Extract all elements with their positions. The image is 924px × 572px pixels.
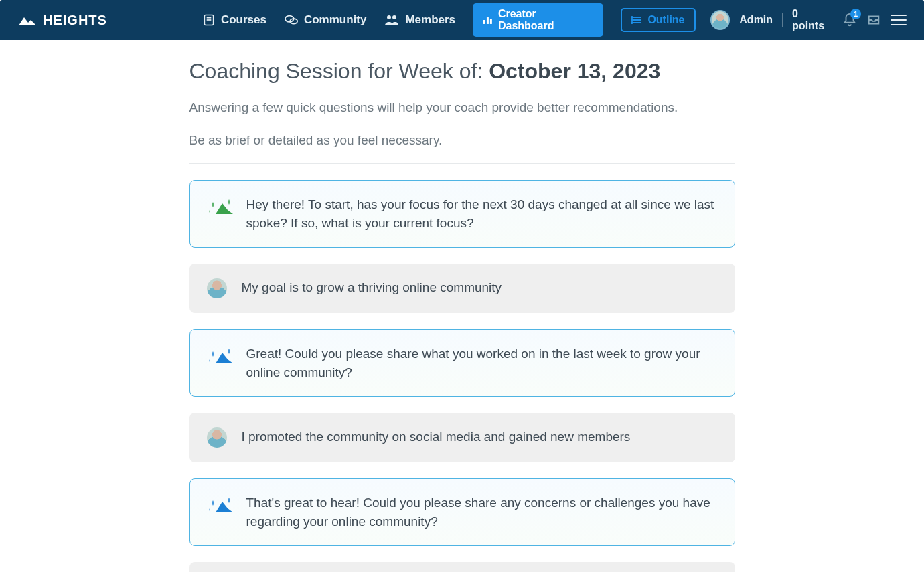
svg-rect-9: [490, 19, 492, 24]
points-number: 0: [792, 8, 798, 19]
svg-rect-8: [487, 17, 489, 24]
outline-button[interactable]: Outline: [621, 8, 695, 32]
nav-group: Courses Community Members Creator Dashbo…: [202, 3, 696, 37]
inbox-button[interactable]: [866, 13, 881, 27]
ai-message-text: That's great to hear! Could you please s…: [246, 494, 717, 531]
user-avatar-small: [207, 427, 227, 448]
user-message-text: My goal is to grow a thriving online com…: [242, 278, 502, 297]
brand-logo[interactable]: HEIGHTS: [17, 13, 107, 28]
brand-name: HEIGHTS: [43, 13, 107, 28]
nav-courses[interactable]: Courses: [202, 13, 266, 27]
ai-message-text: Hey there! To start, has your focus for …: [246, 195, 717, 232]
notification-badge: 1: [850, 9, 861, 19]
page-title: Coaching Session for Week of: October 13…: [189, 59, 735, 84]
topbar-right: Admin 0 points 1: [710, 8, 907, 32]
user-role[interactable]: Admin: [739, 14, 773, 26]
svg-point-14: [631, 19, 633, 21]
horizontal-rule: [189, 163, 735, 164]
user-message-text: I promoted the community on social media…: [242, 427, 631, 446]
notifications-button[interactable]: 1: [842, 13, 857, 27]
messages-list: Hey there! To start, has your focus for …: [189, 180, 735, 572]
ai-sparkle-icon: [208, 197, 232, 217]
nav-community[interactable]: Community: [284, 13, 367, 27]
user-avatar[interactable]: [710, 10, 730, 30]
user-avatar-small: [207, 278, 227, 298]
nav-community-label: Community: [304, 13, 367, 27]
user-message: My current community members and not eng…: [189, 562, 735, 572]
creator-dashboard-label: Creator Dashboard: [498, 8, 594, 32]
svg-point-5: [387, 15, 391, 19]
ai-sparkle-icon: [208, 495, 232, 515]
ai-message-text: Great! Could you please share what you w…: [246, 345, 717, 381]
divider: [782, 13, 783, 27]
page-intro-1: Answering a few quick questions will hel…: [189, 98, 735, 118]
members-icon: [384, 13, 400, 27]
svg-point-6: [392, 15, 396, 19]
page-title-date: October 13, 2023: [489, 59, 660, 83]
user-message: My goal is to grow a thriving online com…: [189, 264, 735, 313]
points-label: points: [792, 20, 824, 31]
nav-courses-label: Courses: [221, 13, 266, 27]
top-navbar: HEIGHTS Courses Community Members Creato…: [0, 0, 924, 40]
nav-members-label: Members: [405, 13, 455, 27]
ai-sparkle-icon: [208, 346, 232, 366]
book-icon: [202, 13, 216, 27]
ai-message: Hey there! To start, has your focus for …: [189, 180, 735, 248]
page-intro-2: Be as brief or detailed as you feel nece…: [189, 131, 735, 151]
ai-message: That's great to hear! Could you please s…: [189, 478, 735, 546]
ai-message: Great! Could you please share what you w…: [189, 329, 735, 397]
nav-members[interactable]: Members: [384, 13, 455, 27]
points-display[interactable]: 0 points: [792, 8, 833, 32]
user-message: I promoted the community on social media…: [189, 413, 735, 462]
dashboard-icon: [482, 15, 493, 25]
svg-point-13: [631, 17, 633, 18]
svg-point-15: [631, 22, 633, 23]
creator-dashboard-button[interactable]: Creator Dashboard: [473, 3, 603, 37]
logo-mark-icon: [17, 13, 37, 27]
main-content: Coaching Session for Week of: October 13…: [189, 40, 735, 572]
chat-icon: [284, 13, 299, 27]
page-title-prefix: Coaching Session for Week of:: [189, 59, 489, 83]
svg-rect-7: [483, 20, 485, 24]
list-icon: [631, 15, 642, 25]
outline-label: Outline: [647, 14, 684, 26]
menu-button[interactable]: [891, 15, 907, 25]
inbox-icon: [866, 13, 881, 27]
